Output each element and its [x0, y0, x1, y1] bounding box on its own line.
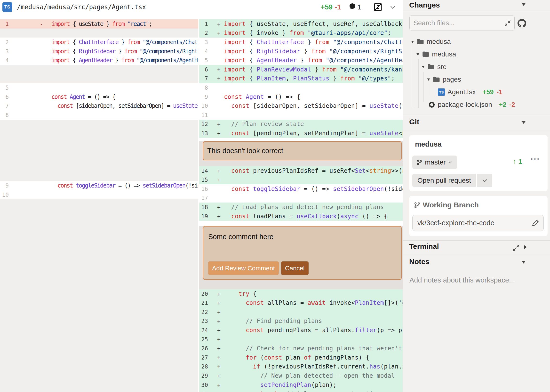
- diff-line[interactable]: 24+ const pendingPlans = allPlans.filter…: [199, 326, 403, 335]
- diff-line[interactable]: 30+ setPendingPlan(plan);: [199, 380, 403, 390]
- diff-line[interactable]: 25+: [199, 335, 403, 344]
- folder-icon: [417, 39, 424, 45]
- line-number: 29: [199, 373, 209, 379]
- tree-folder-medusa-inner[interactable]: medusa: [403, 48, 550, 61]
- folder-label: src: [437, 63, 446, 71]
- diff-line[interactable]: 4import { AgentHeader } from "@/componen…: [0, 56, 198, 65]
- diff-line[interactable]: 27+ for (const plan of pendingPlans) {: [199, 353, 403, 362]
- diff-line[interactable]: 31+ break; // Only open one at a time: [199, 389, 403, 392]
- open-pull-request-button[interactable]: Open pull request: [412, 174, 476, 187]
- diff-line[interactable]: 7 const [sidebarOpen, setSidebarOpen] = …: [0, 101, 198, 110]
- expand-terminal-icon[interactable]: [512, 244, 520, 251]
- diff-sign: +: [216, 21, 222, 27]
- diff-line[interactable]: 8: [199, 83, 403, 92]
- search-files-input[interactable]: Search files...: [409, 15, 515, 31]
- search-placeholder: Search files...: [414, 19, 455, 27]
- diff-line[interactable]: 10: [0, 190, 198, 199]
- review-comment-editor[interactable]: Some comment hereAdd Review CommentCance…: [203, 226, 402, 280]
- file-path: /medusa/medusa/src/pages/Agent.tsx: [17, 0, 146, 14]
- diff-line[interactable]: 3import { ChatInterface } from "@/compon…: [199, 38, 403, 47]
- tree-folder-pages[interactable]: pages: [403, 73, 550, 86]
- diff-line[interactable]: 10 const [sidebarOpen, setSidebarOpen] =…: [199, 101, 403, 110]
- review-comment-box[interactable]: This doesn't look correct: [203, 141, 402, 160]
- edit-pencil-icon[interactable]: [531, 219, 539, 227]
- diff-line[interactable]: 1-import { useState } from "react";: [0, 19, 198, 29]
- chevron-down-icon[interactable]: [411, 41, 414, 43]
- diff-line[interactable]: 9const Agent = () => {: [199, 92, 403, 102]
- code-text: if (!previousPlanIdsRef.current.has(plan…: [224, 363, 403, 370]
- diff-line[interactable]: 23+ // Find pending plans: [199, 317, 403, 326]
- diff-line[interactable]: 1+import { useState, useEffect, useRef, …: [199, 19, 403, 29]
- divider: [403, 131, 550, 131]
- line-number: 24: [199, 327, 209, 333]
- comment-bubble-icon[interactable]: [349, 3, 356, 10]
- notes-section-title[interactable]: Notes: [409, 258, 429, 266]
- chevron-down-icon[interactable]: [389, 4, 396, 11]
- add-review-comment-button[interactable]: Add Review Comment: [208, 261, 279, 275]
- diff-line[interactable]: 19+ const loadPlans = useCallback(async …: [199, 212, 403, 221]
- folder-icon: [428, 64, 435, 70]
- terminal-expand-chevron[interactable]: [524, 245, 527, 249]
- working-branch-input[interactable]: vk/3ccf-explore-the-code: [412, 215, 544, 231]
- cancel-comment-button[interactable]: Cancel: [281, 261, 309, 275]
- diff-sign: +: [216, 382, 222, 388]
- chevron-down-icon[interactable]: [422, 66, 425, 68]
- changes-collapse-icon[interactable]: [521, 3, 526, 6]
- github-icon[interactable]: [518, 19, 526, 28]
- push-ahead-count[interactable]: ↑ 1: [513, 158, 522, 166]
- diff-line[interactable]: 9 const toggleSidebar = () => setSidebar…: [0, 181, 198, 190]
- line-number: 13: [199, 130, 209, 136]
- tree-folder-src[interactable]: src: [403, 61, 550, 73]
- collapse-tree-icon[interactable]: [504, 20, 511, 27]
- diff-line[interactable]: 29+ // New plan detected — open the moda…: [199, 371, 403, 380]
- code-text: // Plan review state: [224, 121, 304, 127]
- pull-request-dropdown-button[interactable]: [477, 174, 492, 187]
- diff-line[interactable]: 12+ // Plan review state: [199, 120, 403, 129]
- diff-line[interactable]: 11: [199, 110, 403, 120]
- diff-line[interactable]: 16 const toggleSidebar = () => setSideba…: [199, 184, 403, 194]
- diff-line[interactable]: 13+ const [pendingPlan, setPendingPlan] …: [199, 129, 403, 138]
- line-number: 10: [0, 192, 10, 198]
- diff-line[interactable]: 4import { RightSidebar } from "@/compone…: [199, 47, 403, 56]
- diff-line[interactable]: 14+ const previousPlanIdsRef = useRef<Se…: [199, 166, 403, 175]
- diff-line[interactable]: 6const Agent = () => {: [0, 92, 198, 102]
- notes-textarea[interactable]: Add notes about this workspace...: [409, 276, 515, 284]
- diff-line[interactable]: 22+: [199, 307, 403, 317]
- diff-line[interactable]: 15+: [199, 175, 403, 185]
- line-number: 31: [199, 391, 209, 392]
- git-branch-icon: [414, 202, 420, 208]
- diff-line[interactable]: 2+import { invoke } from "@tauri-apps/ap…: [199, 29, 403, 38]
- diff-mode-icon[interactable]: [373, 2, 383, 12]
- diff-line[interactable]: 6+import { PlanReviewModal } from "@/com…: [199, 65, 403, 74]
- diff-line[interactable]: 3import { RightSidebar } from "@/compone…: [0, 47, 198, 56]
- changes-section-title[interactable]: Changes: [409, 1, 440, 9]
- diff-line[interactable]: 2import { ChatInterface } from "@/compon…: [0, 38, 198, 47]
- tree-file-package-lock[interactable]: package-lock.json +2 -2: [403, 98, 550, 111]
- line-number: 7: [199, 75, 209, 82]
- folder-icon: [433, 76, 440, 83]
- chevron-down-icon[interactable]: [427, 78, 430, 81]
- diff-sign: +: [216, 318, 222, 324]
- branch-selector[interactable]: master: [412, 156, 457, 169]
- diff-line[interactable]: 5: [0, 83, 198, 92]
- line-number: 9: [0, 182, 10, 189]
- diff-line[interactable]: 20+ try {: [199, 289, 403, 298]
- git-section-title[interactable]: Git: [409, 118, 419, 126]
- chevron-down-icon[interactable]: [416, 53, 419, 55]
- diff-line[interactable]: 18+ // Load plans and detect new pending…: [199, 203, 403, 212]
- notes-collapse-icon[interactable]: [521, 261, 526, 264]
- tree-file-agent-tsx[interactable]: TS Agent.tsx +59 -1: [403, 86, 550, 98]
- tree-folder-medusa[interactable]: medusa: [403, 35, 550, 48]
- diff-line[interactable]: 7+import { PlanItem, PlanStatus } from "…: [199, 74, 403, 83]
- diff-line[interactable]: 26+ // Check for new pending plans that …: [199, 344, 403, 353]
- line-number: 6: [199, 66, 209, 73]
- diff-line[interactable]: 21+ const allPlans = await invoke<PlanIt…: [199, 298, 403, 307]
- diff-line[interactable]: 28+ if (!previousPlanIdsRef.current.has(…: [199, 362, 403, 371]
- terminal-section-title[interactable]: Terminal: [409, 242, 439, 251]
- diff-line[interactable]: 17: [199, 194, 403, 203]
- more-options-icon[interactable]: ⋯: [530, 153, 540, 164]
- diff-line[interactable]: 5import { AgentHeader } from "@/componen…: [199, 56, 403, 65]
- diff-line[interactable]: 8: [0, 110, 198, 120]
- git-collapse-icon[interactable]: [521, 121, 526, 124]
- comment-draft-text[interactable]: Some comment here: [208, 233, 397, 241]
